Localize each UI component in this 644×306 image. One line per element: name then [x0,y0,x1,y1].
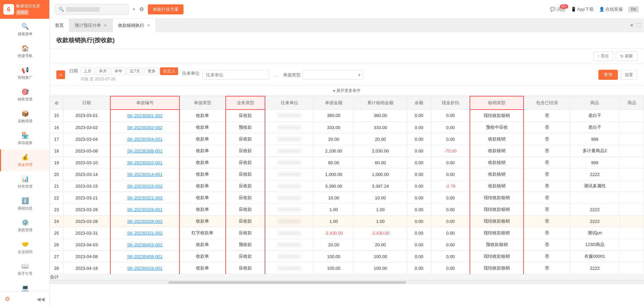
cell-date: 2023-04-08 [63,251,110,262]
dropdown-arrow[interactable]: ▾ [133,7,135,12]
export-btn[interactable]: ↑ 导出 [593,51,613,61]
date-btn-more[interactable]: 更多 [145,67,159,75]
settings-icon[interactable]: ⚙ [5,295,10,303]
cell-date: 2023-03-04 [63,133,110,145]
expand-btn[interactable]: ▾ 展开更多条件 [333,88,361,94]
cell-amount: 333.00 [314,122,354,133]
user-avatar[interactable]: Rit [628,6,639,12]
purchase-icon: 📦 [21,110,29,117]
tab-collection[interactable]: 收款核销执行 ✕ [113,19,156,32]
cell-doc-no[interactable]: SK-20230315-002 [110,180,179,192]
cell-cancel-amount: 100.00 [354,262,407,274]
sidebar-item-inventory[interactable]: 🏪 库存核算 [0,128,49,149]
cell-doc-no[interactable]: SK-20230310-001 [110,157,179,169]
date-btn-this-month[interactable]: 本月 [96,67,110,75]
date-btn-last-month[interactable]: 上月 [80,67,95,75]
tab-receivable[interactable]: 预计预应付单 ✕ [69,19,113,32]
sidebar-item-base[interactable]: ℹ️ 基础信息 [0,193,49,215]
tab-home-label: 首页 [55,22,64,28]
cell-date: 2023-03-10 [63,157,110,169]
cell-included: 否 [524,180,570,192]
date-btn-7days[interactable]: 近7天 [127,67,143,75]
message-btn[interactable]: 💬 消息 99+ [550,6,566,12]
cell-doc-no[interactable]: SK-20230328-001 [110,204,179,216]
cell-doc-no[interactable]: SK-20230321-003 [110,192,179,204]
enterprise-icon: 🤝 [21,241,29,248]
settings-btn[interactable]: 设置 [621,70,637,80]
cell-product2 [620,192,644,204]
partner-input[interactable] [202,70,269,80]
cell-cancel-amount: 60.00 [354,157,407,169]
cell-product2 [620,122,644,133]
cell-balance: 0.00 [407,169,431,180]
refresh-btn[interactable]: ↻ 刷新 [616,51,637,61]
cell-date: 2023-04-18 [63,262,110,274]
collapse-icon[interactable]: ◀◀ [37,296,45,302]
app-download-btn[interactable]: 📱 App下载 [571,6,594,12]
cell-cancel-type: 收款核销 [470,157,524,169]
industry-btn[interactable]: 体验行业方案 [148,4,183,14]
cell-doc-type: 收款单 [179,169,226,180]
cell-doc-no[interactable]: SK-20230331-002 [110,227,179,239]
cell-amount: 100.00 [314,262,354,274]
cell-product: 衣服00001 [570,251,620,262]
cell-cancel-type: 现结收款核销 [470,216,524,227]
scrollbar-thumb[interactable] [168,281,406,284]
topbar: 🔍 ▾ ⚙ 体验行业方案 💬 消息 99+ 📱 App下载 👤 在线客服 Rit [50,0,644,19]
topbar-search[interactable]: 🔍 [55,4,129,15]
tab-home[interactable]: 首页 [50,19,69,32]
cell-doc-no[interactable]: SK-20230302-002 [110,122,179,133]
tab-collection-close[interactable]: ✕ [147,23,150,28]
page-area: 收款核销执行(按收款) ↑ 导出 ↻ 刷新 » 日期 [50,32,644,306]
sidebar-item-finance[interactable]: 💰 资金管理 [0,149,49,171]
cell-doc-no[interactable]: SK-20230301-002 [110,110,179,122]
query-btn[interactable]: 查询 [598,70,618,80]
cell-product2 [620,251,644,262]
cell-partner: XXXXXXXX [265,192,314,204]
sidebar-item-search[interactable]: 🔍 搜索菜单 [0,19,49,41]
type-select[interactable] [303,70,363,80]
cell-partner: XXXXXXXX [265,122,314,133]
cell-product2 [620,169,644,180]
sidebar-item-system[interactable]: ⚙️ 系统管理 [0,215,49,237]
close-all-icon[interactable]: ✕ [630,23,634,28]
sidebar-item-sales[interactable]: 🎯 销售管理 [0,84,49,106]
th-balance: 余额 [407,96,431,110]
cell-biz-type: 预收款 [226,239,265,251]
th-settings[interactable]: ⚙ [50,96,63,110]
th-cancel-amount: 累计核销金额 [354,96,407,110]
sidebar-item-operation[interactable]: 📊 经营管理 [0,171,49,193]
cell-doc-no[interactable]: SK-20230314-001 [110,169,179,180]
cell-doc-no[interactable]: SK-20230304-001 [110,133,179,145]
cell-amount: 20.00 [314,239,354,251]
cell-doc-no[interactable]: SK-20230418-001 [110,262,179,274]
horizontal-scrollbar[interactable] [50,280,644,284]
expand-icon: ▾ [333,88,335,93]
sidebar-item-marketing[interactable]: 📢 营销推广 [0,62,49,84]
sidebar-item-quick[interactable]: 🏠 快捷导航 [0,41,49,62]
cell-doc-no[interactable]: SK-20230328-002 [110,216,179,227]
sales-icon: 🎯 [21,88,29,96]
sidebar-item-purchase[interactable]: 📦 采购管理 [0,106,49,128]
table-row: 28 2023-04-18 SK-20230418-001 收款单 应收款 XX… [50,262,644,274]
sidebar-item-enterprise[interactable]: 🤝 企业协同 [0,237,49,258]
more-filters-btn[interactable]: ... [273,72,279,77]
cell-doc-no[interactable]: SK-20230408-001 [110,251,179,262]
cell-balance: 0.00 [407,216,431,227]
filter-toggle-btn[interactable]: » [56,70,65,79]
cell-doc-no[interactable]: SK-20230403-002 [110,239,179,251]
sidebar-item-hardware[interactable]: 💻 智能硬件 [0,280,49,292]
date-btn-this-year[interactable]: 本年 [111,67,125,75]
maximize-icon[interactable]: ⛶ [636,23,641,28]
cell-included: 否 [524,251,570,262]
service-btn[interactable]: 👤 在线客服 [599,6,623,12]
filter-bar: » 日期 上月 本月 本年 近7天 更多 自定义 不限 至 2023-07-2 [50,64,644,86]
sidebar-item-guide[interactable]: 📖 新手引导 [0,258,49,280]
tab-receivable-close[interactable]: ✕ [104,23,107,28]
cell-amount: 10.00 [314,192,354,204]
gear-icon[interactable]: ⚙ [139,6,144,12]
date-btn-custom[interactable]: 自定义 [160,67,178,75]
cell-doc-no[interactable]: SK-20230308-001 [110,145,179,157]
cell-cancel-amount: 20.00 [354,239,407,251]
cell-doc-type: 收款单 [179,262,226,274]
